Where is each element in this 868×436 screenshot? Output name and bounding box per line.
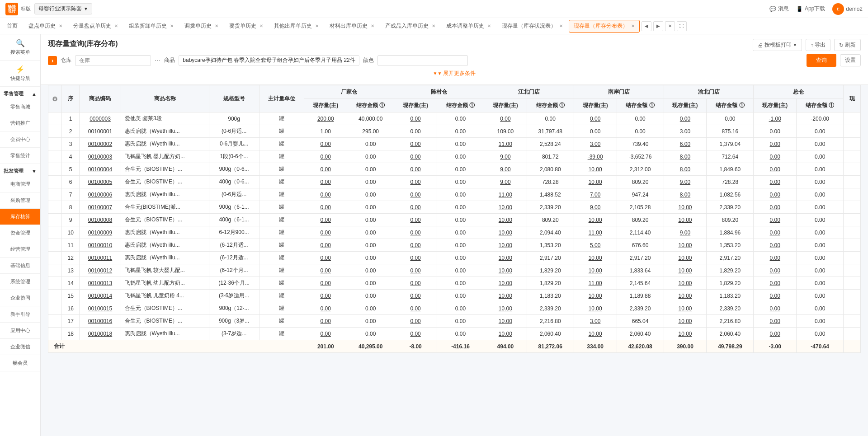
sidebar-item-corp[interactable]: 企业协同	[0, 290, 40, 306]
sidebar-item-quicknav[interactable]: ⚡ 快捷导航	[0, 61, 40, 87]
th-ng-stock: 现存量(主)	[574, 99, 617, 113]
sidebar-item-guide[interactable]: 新手引导	[0, 306, 40, 323]
sidebar-item-apps[interactable]: 应用中心	[0, 323, 40, 339]
close-icon[interactable]: ✕	[315, 23, 319, 28]
tab-yaohuo[interactable]: 要货单历史 ✕	[224, 20, 268, 33]
sidebar-group-wholesale[interactable]: 批发管理 ▼	[0, 164, 40, 176]
sidebar-item-purchase[interactable]: 采购管理	[0, 192, 40, 209]
row-jb2-stock: 10.00	[664, 201, 707, 214]
sidebar-item-retailstat[interactable]: 零售统计	[0, 148, 40, 164]
sidebar-item-system[interactable]: 系统管理	[0, 274, 40, 290]
sidebar-item-wechat[interactable]: 企业微信	[0, 339, 40, 355]
th-settings: ⚙	[48, 85, 62, 113]
goods-input[interactable]	[179, 55, 359, 66]
tab-next-btn[interactable]: ▶	[653, 21, 663, 31]
sidebar-item-fan[interactable]: 畅会员	[0, 355, 40, 371]
tab-qtchuku[interactable]: 其他出库单历史 ✕	[269, 20, 324, 33]
row-ng-stock: 7.00	[574, 188, 617, 201]
close-icon[interactable]: ✕	[631, 23, 635, 28]
row-no: 18	[62, 328, 80, 340]
store-selector[interactable]: 母婴行业演示陈套 ▼	[34, 3, 92, 14]
row-unit: 罐	[259, 252, 304, 264]
close-icon[interactable]: ✕	[487, 23, 491, 28]
app-download-btn[interactable]: 📱 App下载	[796, 5, 825, 13]
sidebar-item-marketing[interactable]: 营销推广	[0, 115, 40, 131]
row-more	[844, 113, 861, 125]
row-t-amount: 0.00	[797, 150, 844, 163]
sidebar-item-corp-label: 企业协同	[2, 295, 38, 301]
th-ng-amount: 结存金额 ①	[617, 99, 664, 113]
tab-zuhe[interactable]: 组装折卸单历史 ✕	[124, 20, 179, 33]
message-btn[interactable]: 💬 消息	[769, 5, 789, 13]
row-jb2-amount: 1,884.96	[707, 226, 754, 239]
row-c-amount: 0.00	[437, 277, 484, 290]
close-icon[interactable]: ✕	[432, 23, 435, 28]
row-jb-amount: 31,797.48	[527, 125, 574, 138]
row-more	[844, 176, 861, 188]
summary-c-stock: -8.00	[394, 340, 437, 353]
row-c-stock: 0.00	[394, 138, 437, 150]
close-icon[interactable]: ✕	[114, 23, 118, 28]
refresh-btn[interactable]: ↻ 刷新	[834, 39, 861, 51]
row-c-amount: 0.00	[437, 150, 484, 163]
tab-home[interactable]: 首页	[2, 20, 23, 33]
sidebar-group-retail[interactable]: 零售管理 ▲	[0, 87, 40, 99]
sidebar-item-basic[interactable]: 基础信息	[0, 258, 40, 274]
row-f-amount: 0.00	[347, 302, 394, 315]
row-jb-stock: 0.00	[484, 113, 527, 125]
summary-label: 合计	[48, 340, 304, 353]
tab-fenpandian[interactable]: 分量盘点单历史 ✕	[68, 20, 123, 33]
search-btn[interactable]: 查询	[807, 54, 836, 67]
sidebar-item-system-label: 系统管理	[2, 278, 38, 285]
column-settings-icon[interactable]: ⚙	[52, 95, 58, 103]
app-label: App下载	[805, 5, 825, 13]
sidebar-item-retailstore[interactable]: 零售商城	[0, 99, 40, 115]
tab-maximize-btn[interactable]: ⛶	[677, 21, 687, 31]
tab-close-all-btn[interactable]: ✕	[665, 21, 675, 31]
row-t-amount: 0.00	[797, 328, 844, 340]
sidebar-item-search[interactable]: 🔍 搜索英单	[0, 34, 40, 61]
row-more	[844, 239, 861, 252]
warehouse-input[interactable]	[75, 55, 151, 66]
row-spec: 1段(0-6个...	[209, 150, 259, 163]
row-f-stock: 0.00	[304, 328, 347, 340]
th-jiangbei: 江北门店	[484, 85, 574, 99]
tab-xianzai2[interactable]: 现存量（库存分布表）✕	[569, 20, 640, 33]
export-btn[interactable]: ↑ 导出	[806, 39, 830, 51]
tab-prev-btn[interactable]: ◀	[642, 21, 651, 31]
close-icon[interactable]: ✕	[170, 23, 174, 28]
close-icon[interactable]: ✕	[59, 23, 62, 28]
tab-chanpin[interactable]: 产成品入库单历史 ✕	[380, 20, 440, 33]
close-icon[interactable]: ✕	[215, 23, 218, 28]
user-menu[interactable]: E demo2	[832, 3, 863, 15]
close-icon[interactable]: ✕	[371, 23, 374, 28]
tab-diaobo[interactable]: 调拨单历史 ✕	[179, 20, 223, 33]
close-icon[interactable]: ✕	[259, 23, 263, 28]
toggle-icon[interactable]: ›	[48, 56, 57, 65]
goods-label: 商品	[164, 56, 175, 64]
tab-xianzai1[interactable]: 现存量（库存状况表）✕	[497, 20, 568, 33]
sidebar-item-member[interactable]: 会员中心	[0, 131, 40, 148]
color-input[interactable]	[377, 55, 468, 66]
th-t-stock: 现存量(主)	[754, 99, 797, 113]
sidebar-item-ecommerce[interactable]: 电商管理	[0, 176, 40, 192]
row-jb2-stock: 10.00	[664, 302, 707, 315]
row-jb-stock: 10.00	[484, 239, 527, 252]
sidebar-item-inventory[interactable]: 库存核算	[0, 209, 40, 225]
expand-btn[interactable]: ▼▼ 展开更多条件	[433, 70, 476, 77]
tab-cailiao[interactable]: 材料出库单历史 ✕	[325, 20, 379, 33]
print-btn[interactable]: 🖨 按模板打印 ▼	[753, 39, 802, 51]
th-jb2-stock: 现存量(主)	[664, 99, 707, 113]
close-icon[interactable]: ✕	[559, 23, 563, 28]
row-jb2-stock: 8.00	[664, 188, 707, 201]
row-c-amount: 0.00	[437, 188, 484, 201]
tab-pandian[interactable]: 盘点单历史 ✕	[24, 20, 67, 33]
row-spec: 0-6月婴儿...	[209, 138, 259, 150]
sidebar-item-member-label: 会员中心	[2, 136, 38, 143]
row-ng-amount: 676.60	[617, 239, 664, 252]
row-settings	[48, 328, 62, 340]
sidebar-item-finance[interactable]: 资金管理	[0, 225, 40, 241]
settings-btn[interactable]: 设置	[840, 54, 861, 66]
tab-chengben[interactable]: 成本调整单历史 ✕	[441, 20, 496, 33]
sidebar-item-operations[interactable]: 经营管理	[0, 241, 40, 258]
